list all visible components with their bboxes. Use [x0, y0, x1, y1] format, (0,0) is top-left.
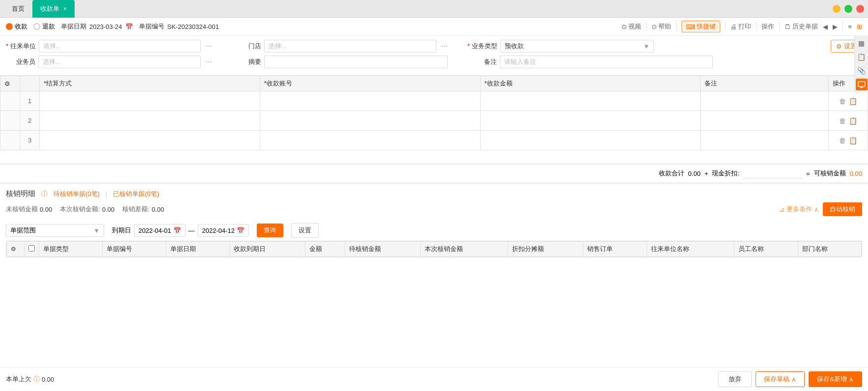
- staff-input[interactable]: 选择...: [38, 56, 201, 68]
- bottom-info-icon[interactable]: ⓘ: [33, 375, 40, 384]
- row-note-3[interactable]: [701, 131, 829, 150]
- row-delete-icon-3[interactable]: 🗑: [839, 137, 846, 144]
- row-delete-icon-1[interactable]: 🗑: [839, 97, 846, 105]
- done-tab-link[interactable]: 已核销单据(0笔): [113, 190, 159, 198]
- more-conditions-label: 更多条件: [787, 205, 812, 214]
- operation-btn[interactable]: 操作: [761, 22, 774, 31]
- col-gear[interactable]: ⚙: [0, 76, 20, 91]
- vcol-pending: 待核销金额: [345, 242, 420, 257]
- range-dropdown[interactable]: 单据范围 ▼: [6, 224, 104, 237]
- history-btn[interactable]: 🗒 历史单据: [785, 22, 818, 31]
- help-icon: ⊙: [651, 23, 657, 30]
- current-label: 本次核销金额:: [60, 205, 100, 214]
- form-row-2: 业务员 选择... ··· 摘要 备注 请输入备注: [6, 56, 862, 68]
- operation-label: 操作: [761, 22, 774, 31]
- vcol-type: 单据类型: [39, 242, 103, 257]
- partner-field: * 往来单位 请择... ···: [6, 40, 212, 53]
- tab-close-icon[interactable]: ×: [63, 5, 67, 12]
- more-conditions-btn[interactable]: ⊿ 更多条件 ∧: [779, 205, 819, 214]
- col-note-header: 备注: [701, 76, 829, 91]
- calendar-icon[interactable]: 📅: [125, 23, 133, 30]
- discount-input[interactable]: [743, 168, 802, 178]
- uncancelled-value: 0.00: [40, 206, 52, 213]
- window-maximize[interactable]: [844, 5, 852, 13]
- row-amount-3[interactable]: [480, 131, 701, 150]
- staff-more-btn[interactable]: ···: [206, 57, 212, 66]
- note-field: 备注 请输入备注: [467, 56, 713, 68]
- sidebar-attach-icon[interactable]: 📎: [856, 65, 868, 77]
- row-amount-1[interactable]: [480, 91, 701, 111]
- row-settlement-1[interactable]: [40, 91, 260, 111]
- save-new-btn[interactable]: 保存&新增 ∧: [809, 371, 862, 387]
- radio-refund[interactable]: 退款: [33, 22, 55, 31]
- pending-tab-link[interactable]: 待核销单据(0笔): [54, 190, 100, 198]
- number-value[interactable]: SK-20230324-001: [167, 23, 219, 30]
- row-account-3[interactable]: [260, 131, 480, 150]
- row-settlement-2[interactable]: [40, 111, 260, 131]
- business-type-input[interactable]: 预收款 ▼: [500, 40, 654, 53]
- row-note-2[interactable]: [701, 111, 829, 131]
- date-value[interactable]: 2023-03-24: [89, 23, 122, 30]
- window-minimize[interactable]: [833, 5, 841, 13]
- help-btn[interactable]: ⊙ 帮助: [651, 22, 671, 31]
- vcol-checkbox[interactable]: [25, 242, 39, 257]
- shop-label: 门店: [232, 42, 261, 51]
- help-label: 帮助: [658, 22, 671, 31]
- business-type-field: * 业务类型 预收款 ▼: [467, 40, 654, 53]
- auto-verify-btn[interactable]: 自动核销: [823, 202, 862, 216]
- col-amount-label: *收款金额: [485, 80, 513, 87]
- vcol-gear[interactable]: ⚙: [7, 242, 25, 257]
- uncancelled-label: 未核销金额: [6, 205, 38, 214]
- select-all-checkbox[interactable]: [28, 245, 35, 251]
- query-btn[interactable]: 查询: [257, 223, 283, 237]
- partner-more-btn[interactable]: ···: [206, 42, 212, 51]
- sidebar-table-icon[interactable]: ▦: [856, 37, 868, 49]
- row-copy-icon-3[interactable]: 📋: [849, 137, 857, 144]
- vcol-staff: 员工名称: [734, 242, 798, 257]
- video-btn[interactable]: ⊙ 视频: [622, 22, 641, 31]
- row-copy-icon-1[interactable]: 📋: [849, 97, 857, 105]
- shop-input[interactable]: 选择...: [264, 40, 436, 53]
- staff-placeholder: 选择...: [43, 57, 61, 66]
- abandon-btn[interactable]: 放弃: [718, 371, 752, 387]
- verify-settings-btn[interactable]: 设置: [291, 223, 319, 238]
- shortcut-btn[interactable]: ⌨ 快捷键: [681, 21, 720, 32]
- row-settlement-3[interactable]: [40, 131, 260, 150]
- row-account-2[interactable]: [260, 111, 480, 131]
- print-btn[interactable]: 🖨 打印: [731, 22, 751, 31]
- stats-row: 未核销金额 0.00 本次核销金额: 0.00 核销差额: 0.00 ⊿ 更多条…: [6, 202, 862, 216]
- history-icon: 🗒: [785, 23, 791, 30]
- shop-more-btn[interactable]: ···: [441, 42, 448, 51]
- sidebar-screen-icon[interactable]: [856, 79, 868, 90]
- verify-info-icon[interactable]: ⓘ: [41, 190, 48, 198]
- verify-title: 核销明细: [6, 189, 35, 198]
- stat-uncancelled: 未核销金额 0.00: [6, 205, 52, 214]
- nav-next-btn[interactable]: ▶: [833, 23, 838, 30]
- bottom-info: 本单上欠 ⓘ 0.00: [6, 375, 54, 384]
- bottom-current-value: 0.00: [42, 376, 54, 383]
- partner-input[interactable]: 请择...: [39, 40, 201, 53]
- grid-view-btn[interactable]: ⊞: [857, 23, 862, 30]
- table-row: 2 🗑 📋: [0, 111, 868, 131]
- summary-input[interactable]: [264, 56, 448, 68]
- date-to-input[interactable]: 2022-04-12 📅: [198, 224, 249, 237]
- row-delete-icon-2[interactable]: 🗑: [839, 117, 846, 125]
- window-close[interactable]: [856, 5, 864, 13]
- tab-home[interactable]: 首页: [4, 0, 32, 18]
- note-input[interactable]: 请输入备注: [500, 56, 713, 68]
- nav-prev-btn[interactable]: ◀: [823, 23, 828, 30]
- date-from-input[interactable]: 2022-04-01 📅: [134, 224, 186, 237]
- sidebar-notes-icon[interactable]: 📋: [856, 51, 868, 63]
- row-account-1[interactable]: [260, 91, 480, 111]
- list-view-btn[interactable]: ≡: [848, 23, 852, 30]
- row-note-1[interactable]: [701, 91, 829, 111]
- radio-income[interactable]: 收款: [6, 22, 27, 31]
- divider-6: [842, 22, 843, 31]
- tab-receipt[interactable]: 收款单 ×: [32, 0, 75, 18]
- vcol-number: 单据编号: [103, 242, 166, 257]
- row-action-2: 🗑 📋: [829, 111, 868, 131]
- row-copy-icon-2[interactable]: 📋: [849, 117, 857, 125]
- row-amount-2[interactable]: [480, 111, 701, 131]
- summary-label: 摘要: [232, 57, 261, 66]
- save-draft-btn[interactable]: 保存草稿 ∧: [756, 371, 805, 387]
